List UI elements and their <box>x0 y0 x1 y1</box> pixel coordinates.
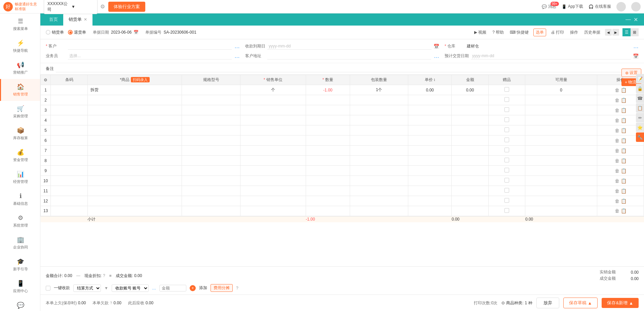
cell-unit-price[interactable] <box>408 156 452 166</box>
cell-pack-qty[interactable] <box>350 105 408 115</box>
cell-product[interactable] <box>87 156 182 166</box>
trial-button[interactable]: 体验行业方案 <box>108 2 145 12</box>
cell-unit[interactable] <box>240 176 306 186</box>
delivery-date-input[interactable] <box>471 52 631 60</box>
cell-unit[interactable] <box>240 166 306 176</box>
cell-product[interactable] <box>87 196 182 206</box>
cell-gift[interactable] <box>488 135 525 146</box>
cell-barcode[interactable] <box>51 95 87 105</box>
cell-barcode[interactable] <box>51 176 87 186</box>
cell-amount[interactable]: 0.00 <box>452 85 488 95</box>
cell-qty[interactable] <box>306 115 350 125</box>
cell-unit-price[interactable]: 0.00 <box>408 85 452 95</box>
settings-gear-icon[interactable]: ⚙ <box>100 3 105 10</box>
cell-unit-price[interactable] <box>408 95 452 105</box>
online-support-btn[interactable]: 🎧 在线客服 <box>589 4 611 9</box>
cell-barcode[interactable] <box>51 135 87 146</box>
cell-barcode[interactable] <box>51 206 87 216</box>
cell-unit-price[interactable] <box>408 166 452 176</box>
copy-icon[interactable]: 📋 <box>621 178 627 184</box>
float-note-btn[interactable]: 📝 <box>636 74 644 83</box>
copy-icon[interactable]: 📋 <box>621 188 627 194</box>
cell-qty[interactable] <box>306 196 350 206</box>
copy-icon[interactable]: 📋 <box>621 128 627 133</box>
cell-pack-qty[interactable] <box>350 166 408 176</box>
sidebar-item-inventory[interactable]: 📦 库存核算 <box>0 123 40 145</box>
add-payment-button[interactable]: + <box>190 285 196 291</box>
payment-calendar-icon[interactable]: 📅 <box>433 44 439 49</box>
cell-gift[interactable] <box>488 176 525 186</box>
cell-qty[interactable]: -1.00 <box>306 85 350 95</box>
cell-gift[interactable] <box>488 115 525 125</box>
cell-unit-price[interactable] <box>408 176 452 186</box>
cell-qty[interactable] <box>306 95 350 105</box>
cell-spec[interactable] <box>182 105 240 115</box>
customer-addr-input[interactable] <box>267 52 431 60</box>
delivery-calendar-icon[interactable]: 📅 <box>633 53 639 59</box>
gift-checkbox[interactable] <box>504 188 509 193</box>
cell-spec[interactable] <box>182 95 240 105</box>
user-avatar[interactable] <box>616 2 626 11</box>
cell-gift[interactable] <box>488 105 525 115</box>
float-edit-btn[interactable]: ✏ <box>636 113 644 122</box>
cell-unit-price[interactable] <box>408 186 452 196</box>
grid-view-btn[interactable]: ⊞ <box>631 28 639 36</box>
account-dots-icon[interactable]: … <box>152 286 156 290</box>
float-phone-btn[interactable]: ☎ <box>636 93 644 103</box>
cell-pack-qty[interactable] <box>350 206 408 216</box>
cell-unit[interactable] <box>240 156 306 166</box>
delete-icon[interactable]: 🗑 <box>615 188 619 194</box>
window-minimize-icon[interactable]: — <box>626 16 631 23</box>
window-close-icon[interactable]: ✕ <box>634 16 638 23</box>
copy-icon[interactable]: 📋 <box>621 87 627 93</box>
cell-gift[interactable] <box>488 156 525 166</box>
delete-icon[interactable]: 🗑 <box>615 118 619 123</box>
copy-icon[interactable]: 📋 <box>621 158 627 163</box>
next-arrow[interactable]: ▶ <box>612 29 619 36</box>
video-btn[interactable]: ▶ 视频 <box>473 29 488 36</box>
cell-unit[interactable] <box>240 125 306 135</box>
delete-icon[interactable]: 🗑 <box>615 168 619 173</box>
sidebar-item-basic-info[interactable]: ℹ 基础信息 <box>0 188 40 210</box>
cell-barcode[interactable] <box>51 85 87 95</box>
cell-gift[interactable] <box>488 125 525 135</box>
float-star-btn[interactable]: ⭐ <box>636 123 644 132</box>
delete-icon[interactable]: 🗑 <box>615 138 619 143</box>
cell-product[interactable] <box>87 186 182 196</box>
salesperson-dots-icon[interactable]: … <box>234 53 240 59</box>
help-btn[interactable]: ? 帮助 <box>491 29 505 36</box>
cell-pack-qty[interactable] <box>350 176 408 186</box>
tab-home[interactable]: 首页 <box>44 13 63 26</box>
cell-pack-qty[interactable] <box>350 196 408 206</box>
cell-spec[interactable] <box>182 186 240 196</box>
cell-unit[interactable] <box>240 135 306 146</box>
gift-checkbox[interactable] <box>504 127 509 132</box>
cell-spec[interactable] <box>182 125 240 135</box>
cell-pack-qty[interactable] <box>350 156 408 166</box>
cell-spec[interactable] <box>182 176 240 186</box>
cell-unit-price[interactable] <box>408 105 452 115</box>
cell-unit[interactable]: 个 <box>240 85 306 95</box>
cell-qty[interactable] <box>306 206 350 216</box>
fee-split-button[interactable]: 费用分摊 <box>211 284 233 292</box>
sidebar-item-marketing[interactable]: 📢 营销推广 <box>0 57 40 79</box>
cell-pack-qty[interactable] <box>350 115 408 125</box>
sidebar-item-newbie[interactable]: 🎓 新手引导 <box>0 254 40 276</box>
cell-unit-price[interactable] <box>408 115 452 125</box>
cell-gift[interactable] <box>488 166 525 176</box>
cell-barcode[interactable] <box>51 146 87 156</box>
tab-sales-order[interactable]: 销货单 ✕ <box>63 13 92 26</box>
cell-amount[interactable] <box>452 186 488 196</box>
cell-pack-qty[interactable] <box>350 125 408 135</box>
cell-amount[interactable] <box>452 156 488 166</box>
amount-input[interactable] <box>159 285 186 291</box>
gift-checkbox[interactable] <box>504 138 509 142</box>
cell-gift[interactable] <box>488 186 525 196</box>
gift-checkbox[interactable] <box>504 87 509 92</box>
cell-barcode[interactable] <box>51 115 87 125</box>
cell-unit[interactable] <box>240 146 306 156</box>
gift-checkbox[interactable] <box>504 168 509 172</box>
sidebar-item-enterprise[interactable]: 🏢 企业协同 <box>0 232 40 254</box>
delete-icon[interactable]: 🗑 <box>615 108 619 113</box>
cell-unit-price[interactable] <box>408 146 452 156</box>
